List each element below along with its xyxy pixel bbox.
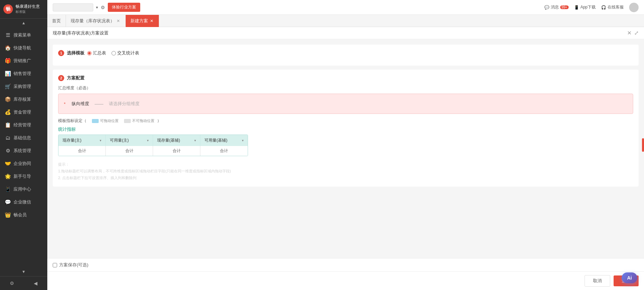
sidebar-item-member[interactable]: 👑 畅会员 xyxy=(0,209,47,221)
sidebar-item-label-inventory: 库存核算 xyxy=(14,96,31,102)
search-menu-icon: ☰ xyxy=(5,32,11,38)
topbar-gear-btn[interactable]: ⚙ xyxy=(101,5,105,10)
sidebar-scroll-up[interactable]: ▲ xyxy=(0,19,47,27)
tab-inventory-close[interactable]: ✕ xyxy=(116,19,121,23)
resize-panel-btn[interactable]: ⤢ xyxy=(634,30,639,36)
sidebar-item-marketing[interactable]: 🎁 营销推广 xyxy=(0,54,47,67)
tab-home-label: 首页 xyxy=(52,18,61,24)
stats-table-body-row: 合计 合计 合计 合计 xyxy=(58,146,248,156)
indicator-close: ） xyxy=(157,118,161,124)
radio-summary-label: 汇总表 xyxy=(93,50,106,56)
app-download-label: App下载 xyxy=(580,4,596,10)
save-label: 方案保存(可选) xyxy=(59,262,89,268)
stats-title: 统计指标 xyxy=(58,126,633,132)
save-checkbox[interactable] xyxy=(53,263,57,267)
page-title: 现存量(库存状况表)方案设置 xyxy=(53,30,108,36)
topbar-right: 💬 消息 99+ 📱 App下载 🎧 在线客服 xyxy=(544,3,639,12)
sidebar-item-quick-nav[interactable]: 🏠 快捷导航 xyxy=(0,42,47,54)
sidebar-logo: 畅 畅康通好生意 标准版 xyxy=(0,0,47,19)
sidebar-item-sales[interactable]: 📊 销售管理 xyxy=(0,67,47,80)
sidebar-item-label-system: 系统管理 xyxy=(14,148,31,154)
sidebar-item-basic[interactable]: 🗂 基础信息 xyxy=(0,131,47,144)
app-download-group[interactable]: 📱 App下载 xyxy=(574,4,596,10)
step2-section: 2 方案配置 汇总维度（必选） * 纵向维度 —— 请选择分组维度 xyxy=(53,70,639,187)
stats-header-col1[interactable]: 现存量(主) ▾ xyxy=(58,135,106,146)
topbar-search-input[interactable] xyxy=(53,3,93,11)
experience-btn[interactable]: 体验行业方案 xyxy=(108,3,140,12)
system-icon: ⚙ xyxy=(5,148,11,154)
topbar-dropdown-btn[interactable]: ▾ xyxy=(96,5,98,10)
col1-dropdown-icon[interactable]: ▾ xyxy=(100,139,101,142)
tab-inventory[interactable]: 现存量（库存状况表） ✕ xyxy=(66,15,126,27)
main-area: ▾ ⚙ 体验行业方案 💬 消息 99+ 📱 App下载 🎧 在线客服 首页 xyxy=(47,0,644,290)
sidebar-item-system[interactable]: ⚙ 系统管理 xyxy=(0,144,47,157)
settings-button[interactable]: ⚙ xyxy=(7,279,17,287)
dimension-area: 汇总维度（必选） * 纵向维度 —— 请选择分组维度 xyxy=(58,85,633,114)
indicator-legend: 可拖动位置 不可拖动位置 xyxy=(92,118,154,123)
sidebar-item-purchase[interactable]: 🛒 采购管理 xyxy=(0,80,47,93)
dimension-placeholder[interactable]: 请选择分组维度 xyxy=(109,101,140,107)
col3-dropdown-icon[interactable]: ▾ xyxy=(194,139,196,142)
radio-summary[interactable]: 汇总表 xyxy=(87,50,106,56)
user-avatar[interactable] xyxy=(629,3,639,12)
tip-1: 1.拖动标题栏可以调整布局，不可跨维度或指标区域拖动栏目字段(只能在同一维度或指… xyxy=(58,168,633,175)
stats-header-col3[interactable]: 现存量(基辅) ▾ xyxy=(153,135,200,146)
messages-group[interactable]: 💬 消息 99+ xyxy=(544,4,569,10)
sidebar-item-finance[interactable]: 💰 资金管理 xyxy=(0,106,47,119)
topbar-left: ▾ ⚙ 体验行业方案 xyxy=(53,3,541,12)
tab-home[interactable]: 首页 xyxy=(47,15,66,27)
step2-num: 2 xyxy=(58,75,64,81)
collapse-button[interactable]: ◀ xyxy=(31,279,40,287)
radio-cross[interactable]: 交叉统计表 xyxy=(112,50,139,56)
sidebar-item-management[interactable]: 📋 经营管理 xyxy=(0,119,47,131)
stats-table: 现存量(主) ▾ 可用量(主) ▾ 现存量(基辅) ▾ xyxy=(58,135,248,156)
legend-draggable: 可拖动位置 xyxy=(92,118,119,123)
online-service-group[interactable]: 🎧 在线客服 xyxy=(601,4,624,10)
close-panel-btn[interactable]: ✕ xyxy=(627,30,631,36)
resize-handle[interactable] xyxy=(642,138,644,152)
sidebar-item-guide[interactable]: 🌟 新手引导 xyxy=(0,170,47,183)
radio-cross-input[interactable] xyxy=(112,51,116,55)
gift-icon: 🎁 xyxy=(5,58,11,64)
indicator-label: 模板指标设定（ 可拖动位置 不可拖动位置 ） xyxy=(58,118,633,124)
step2-label: 方案配置 xyxy=(67,75,84,81)
wechat-icon: 💬 xyxy=(5,199,11,205)
stats-header-col4[interactable]: 可用量(基辅) ▾ xyxy=(200,135,248,146)
sidebar-item-cooperation[interactable]: 🤝 企业协同 xyxy=(0,157,47,170)
home-icon: 🏠 xyxy=(5,45,11,51)
stats-header-col4-label: 可用量(基辅) xyxy=(204,138,227,143)
sidebar-item-app-center[interactable]: 📱 应用中心 xyxy=(0,183,47,196)
sidebar-nav: ☰ 搜索菜单 🏠 快捷导航 🎁 营销推广 📊 销售管理 🛒 采购管理 📦 库存核… xyxy=(0,27,47,267)
cancel-button[interactable]: 取消 xyxy=(585,275,610,287)
sidebar-item-search[interactable]: ☰ 搜索菜单 xyxy=(0,29,47,42)
handshake-icon: 🤝 xyxy=(5,161,11,167)
stats-table-header-row: 现存量(主) ▾ 可用量(主) ▾ 现存量(基辅) ▾ xyxy=(58,135,248,146)
stats-header-col2[interactable]: 可用量(主) ▾ xyxy=(106,135,153,146)
col2-dropdown-icon[interactable]: ▾ xyxy=(147,139,149,142)
step1-title: 1 选择模板 汇总表 交叉统计表 xyxy=(58,50,633,56)
sidebar-item-label-purchase: 采购管理 xyxy=(14,83,31,90)
col4-dropdown-icon[interactable]: ▾ xyxy=(242,139,244,142)
radio-summary-input[interactable] xyxy=(87,51,92,55)
tab-new-plan[interactable]: 新建方案 ✕ xyxy=(126,15,159,27)
sidebar-item-wechat[interactable]: 💬 企业微信 xyxy=(0,196,47,209)
app-download-icon: 📱 xyxy=(574,5,579,10)
stats-header-col2-label: 可用量(主) xyxy=(110,138,129,143)
tab-new-plan-close[interactable]: ✕ xyxy=(149,19,154,23)
dimension-dash: —— xyxy=(95,101,103,106)
sidebar-item-label-cooperation: 企业协同 xyxy=(14,161,31,167)
topbar: ▾ ⚙ 体验行业方案 💬 消息 99+ 📱 App下载 🎧 在线客服 xyxy=(47,0,644,15)
sidebar-item-inventory[interactable]: 📦 库存核算 xyxy=(0,93,47,106)
sidebar-scroll-down[interactable]: ▼ xyxy=(0,268,47,275)
dimension-box: * 纵向维度 —— 请选择分组维度 xyxy=(58,94,633,114)
template-radio-group: 汇总表 交叉统计表 xyxy=(87,50,139,56)
cart-icon: 🛒 xyxy=(5,83,11,90)
fixed-legend-label: 不可拖动位置 xyxy=(132,118,154,123)
ai-float-button[interactable]: Ai xyxy=(622,272,637,283)
sidebar-bottom: ⚙ ◀ xyxy=(0,276,47,290)
sidebar: 畅 畅康通好生意 标准版 ▲ ☰ 搜索菜单 🏠 快捷导航 🎁 营销推广 📊 销售… xyxy=(0,0,47,290)
message-icon: 💬 xyxy=(544,5,549,10)
phone-icon: 📱 xyxy=(5,186,11,192)
stats-section: 统计指标 现存量(主) ▾ 可用量(主) ▾ xyxy=(58,126,633,157)
dimension-section-label: 汇总维度（必选） xyxy=(58,85,633,91)
